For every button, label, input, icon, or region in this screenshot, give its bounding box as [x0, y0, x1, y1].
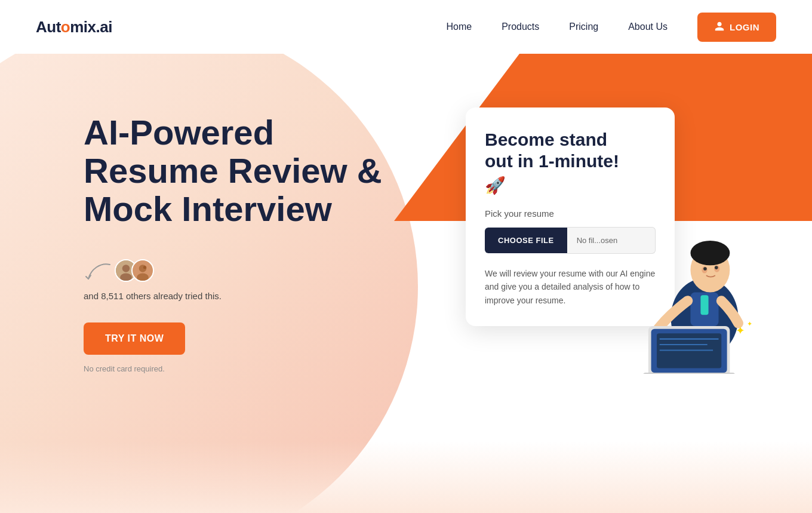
- svg-text:✦: ✦: [747, 320, 752, 327]
- card-headline: Become stand out in 1-minute!: [485, 129, 656, 172]
- hero-section: AI-Powered Resume Review & Mock Intervie…: [0, 54, 812, 513]
- login-button[interactable]: LOGIN: [697, 13, 776, 42]
- nav-links: Home Products Pricing About Us LOGIN: [446, 13, 776, 42]
- logo-highlight: o: [61, 18, 70, 36]
- choose-file-button[interactable]: CHOOSE FILE: [485, 228, 567, 253]
- logo[interactable]: Automix.ai: [36, 18, 112, 36]
- sketch-icon: [84, 257, 113, 284]
- nav-pricing[interactable]: Pricing: [569, 21, 598, 32]
- user-avatars-group: [84, 257, 418, 284]
- nav-products[interactable]: Products: [502, 21, 539, 32]
- svg-point-18: [703, 267, 707, 271]
- hero-title: AI-Powered Resume Review & Mock Intervie…: [84, 113, 418, 228]
- bg-bottom-peach: [0, 441, 812, 513]
- hero-content: AI-Powered Resume Review & Mock Intervie…: [0, 54, 812, 409]
- nav-about[interactable]: About Us: [628, 21, 668, 32]
- navbar: Automix.ai Home Products Pricing About U…: [0, 0, 812, 54]
- hero-right: Become stand out in 1-minute! 🚀 Pick you…: [466, 107, 693, 326]
- social-proof-text: and 8,511 others already tried this.: [84, 291, 418, 301]
- svg-text:✦: ✦: [736, 324, 745, 337]
- svg-point-6: [143, 266, 146, 269]
- no-credit-card-text: No credit card required.: [84, 364, 418, 373]
- login-icon: [714, 21, 725, 33]
- svg-point-5: [137, 274, 149, 282]
- person-illustration: ✦ ✦: [621, 183, 812, 374]
- svg-point-19: [715, 266, 718, 269]
- svg-rect-26: [642, 373, 735, 374]
- nav-home[interactable]: Home: [446, 21, 472, 32]
- svg-rect-13: [700, 295, 708, 315]
- svg-point-15: [690, 241, 730, 265]
- svg-point-1: [122, 265, 130, 273]
- try-it-now-button[interactable]: TRY IT NOW: [84, 322, 185, 355]
- hero-left: AI-Powered Resume Review & Mock Intervie…: [84, 102, 418, 373]
- avatar-group: [84, 257, 154, 284]
- login-label: LOGIN: [730, 22, 759, 32]
- avatar-2: [131, 259, 154, 282]
- svg-point-2: [120, 274, 132, 282]
